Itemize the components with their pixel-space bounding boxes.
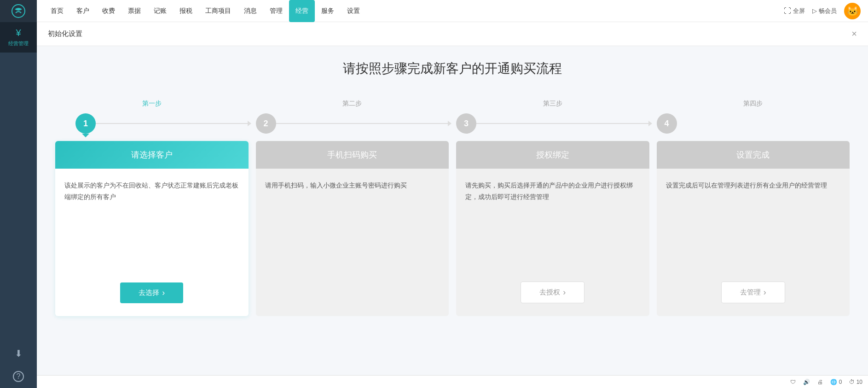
print-icon: 🖨 xyxy=(817,379,823,385)
nav-service[interactable]: 服务 xyxy=(315,0,341,22)
step-2-circle: 2 xyxy=(256,113,276,134)
step-1-card-body: 该处展示的客户为不在回收站、客户状态正常建账后完成老板端绑定的所有客户 xyxy=(55,169,249,275)
step-2-wrapper: 第二步 2 手机扫码购买 请用手机扫码，输入小微企业主账号密码进行购买 xyxy=(256,100,449,316)
sidebar-logo xyxy=(0,0,37,22)
status-bar-right: 🛡 🔊 🖨 🌐 0 ⏱ 10 xyxy=(790,379,862,385)
sidebar-item-jingying[interactable]: ¥ 经营管理 xyxy=(0,22,37,53)
step-3-card: 授权绑定 请先购买，购买后选择开通的产品中的企业用户进行授权绑定，成功后即可进行… xyxy=(456,141,649,316)
sidebar-bottom: ⬇ ? xyxy=(0,342,37,388)
nav-industry[interactable]: 工商项目 xyxy=(199,0,237,22)
nav-fee[interactable]: 收费 xyxy=(96,0,122,22)
step-2-card-header: 手机扫码购买 xyxy=(256,141,449,169)
page-header: 初始化设置 × xyxy=(37,22,868,46)
step-3-card-footer: 去授权 › xyxy=(456,274,649,316)
main-title: 请按照步骤完成新客户的开通购买流程 xyxy=(55,60,850,77)
step-1-card: 请选择客户 该处展示的客户为不在回收站、客户状态正常建账后完成老板端绑定的所有客… xyxy=(55,141,249,316)
step-1-wrapper: 第一步 1 请选择客户 该处展示的客户为不在回收站、客户状态正常建账后完成老板端… xyxy=(55,100,249,316)
nav-manage[interactable]: 管理 xyxy=(263,0,289,22)
sidebar-support-btn[interactable]: ? xyxy=(0,365,37,388)
step-4-card-body: 设置完成后可以在管理列表进行所有企业用户的经营管理 xyxy=(657,169,850,274)
step-3-btn[interactable]: 去授权 › xyxy=(521,282,584,303)
step-2-card-footer xyxy=(256,296,449,316)
step-2-card: 手机扫码购买 请用手机扫码，输入小微企业主账号密码进行购买 xyxy=(256,141,449,316)
step-4-card: 设置完成 设置完成后可以在管理列表进行所有企业用户的经营管理 去管理 › xyxy=(657,141,850,316)
nav-home[interactable]: 首页 xyxy=(44,0,70,22)
yuan-icon: ¥ xyxy=(16,28,21,38)
nav-tax[interactable]: 报税 xyxy=(173,0,199,22)
step-2-line xyxy=(276,123,449,124)
step-1-btn-label: 去选择 xyxy=(139,288,159,297)
step-2-label: 第二步 xyxy=(342,100,362,108)
step-4-card-footer: 去管理 › xyxy=(657,274,850,316)
content-area: 请按照步骤完成新客户的开通购买流程 第一步 1 请选择客户 该处展示的客户为不 xyxy=(37,46,868,330)
step-3-btn-arrow: › xyxy=(563,288,566,297)
step-1-card-footer: 去选择 › xyxy=(55,275,249,316)
support-icon: ? xyxy=(13,371,24,382)
nav-settings[interactable]: 设置 xyxy=(341,0,366,22)
step-3-card-header: 授权绑定 xyxy=(456,141,649,169)
step-3-wrapper: 第三步 3 授权绑定 请先购买，购买后选择开通的产品中的企业用户进行授权绑定，成… xyxy=(456,100,649,316)
step-1-circle: 1 xyxy=(75,113,96,134)
nav-bill[interactable]: 票据 xyxy=(122,0,147,22)
step-3-label: 第三步 xyxy=(543,100,562,108)
step-1-btn[interactable]: 去选择 › xyxy=(120,282,183,303)
page-title: 初始化设置 xyxy=(48,29,82,38)
step-1-card-header: 请选择客户 xyxy=(55,141,249,169)
user-avatar[interactable]: 🐱 xyxy=(844,3,861,19)
step-2-card-body: 请用手机扫码，输入小微企业主账号密码进行购买 xyxy=(256,169,449,296)
vip-btn[interactable]: ▷ 畅会员 xyxy=(812,7,837,15)
sidebar: ¥ 经营管理 ⬇ ? xyxy=(0,0,37,388)
status-bar: ▷ 完成 🛡 🔊 🖨 🌐 0 ⏱ 10 xyxy=(0,375,868,388)
step-4-btn-label: 去管理 xyxy=(740,288,761,297)
step-4-circle: 4 xyxy=(657,113,677,134)
step-4-btn-arrow: › xyxy=(764,288,766,297)
download-icon: ⬇ xyxy=(15,348,23,359)
step-4-wrapper: 第四步 4 设置完成 设置完成后可以在管理列表进行所有企业用户的经营管理 去管理… xyxy=(657,100,850,316)
step-4-label: 第四步 xyxy=(743,100,763,108)
nav-account[interactable]: 记账 xyxy=(147,0,173,22)
step-3-line xyxy=(476,123,649,124)
time-status: ⏱ 10 xyxy=(849,379,862,385)
step-3-circle: 3 xyxy=(456,113,476,134)
top-nav: 首页 客户 收费 票据 记账 报税 工商项目 消息 管理 经营 服务 设置 ⛶ … xyxy=(37,0,868,22)
fullscreen-icon: ⛶ xyxy=(784,7,791,15)
close-button[interactable]: × xyxy=(851,29,857,39)
step-1-label: 第一步 xyxy=(142,100,162,108)
nav-right-area: ⛶ 全屏 ▷ 畅会员 🐱 xyxy=(784,3,861,19)
step-1-line xyxy=(96,123,249,124)
sidebar-item-label: 经营管理 xyxy=(8,40,29,47)
shield-icon: 🛡 xyxy=(790,379,796,385)
nav-jingying[interactable]: 经营 xyxy=(289,0,315,22)
sidebar-download-btn[interactable]: ⬇ xyxy=(0,342,37,365)
nav-customer[interactable]: 客户 xyxy=(70,0,96,22)
step-3-card-body: 请先购买，购买后选择开通的产品中的企业用户进行授权绑定，成功后即可进行经营管理 xyxy=(456,169,649,274)
fullscreen-btn[interactable]: ⛶ 全屏 xyxy=(784,7,805,15)
main-content: 初始化设置 × 请按照步骤完成新客户的开通购买流程 第一步 1 xyxy=(37,22,868,375)
fullscreen-label: 全屏 xyxy=(793,7,805,15)
volume-icon: 🔊 xyxy=(803,379,810,385)
vip-label: 畅会员 xyxy=(819,7,837,15)
step-3-btn-label: 去授权 xyxy=(539,288,560,297)
step-1-btn-arrow: › xyxy=(162,288,165,298)
network-status: 🌐 0 xyxy=(830,379,842,385)
nav-message[interactable]: 消息 xyxy=(237,0,263,22)
step-4-card-header: 设置完成 xyxy=(657,141,850,169)
play-icon: ▷ xyxy=(812,7,817,14)
step-4-btn[interactable]: 去管理 › xyxy=(721,282,785,303)
